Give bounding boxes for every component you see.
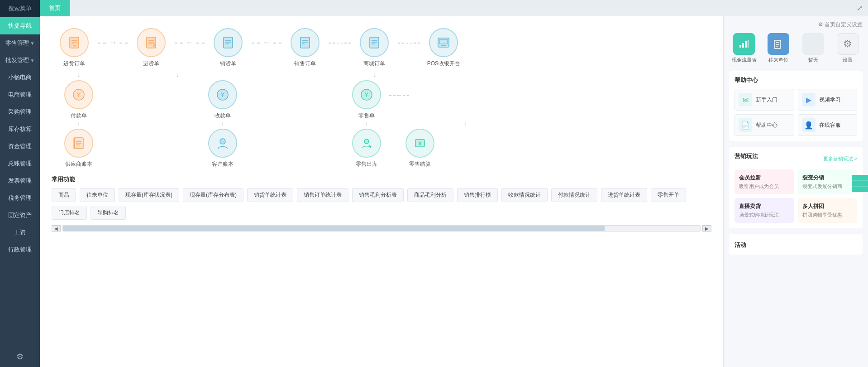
sidebar-ledger-label: 总账管理 bbox=[8, 159, 32, 168]
settings-icon[interactable]: ⚙ bbox=[0, 346, 40, 367]
member-title: 会员拉新 bbox=[739, 174, 790, 182]
marketing-item-group[interactable]: 多人拼团 拼团购物享受优惠 bbox=[798, 198, 858, 223]
flow-node-customer-book[interactable]: 客户账本 bbox=[200, 129, 245, 168]
flow-node-pos[interactable]: POS收银开台 bbox=[421, 28, 466, 68]
btn-sales-margin[interactable]: 销售毛利分析表 bbox=[352, 188, 404, 202]
svg-text:¥: ¥ bbox=[364, 91, 368, 98]
btn-guide-rank[interactable]: 导购排名 bbox=[91, 206, 126, 220]
marketing-grid: 会员拉新 吸引用户成为会员 裂变分销 裂变式发展分销商 直播卖货 场景式购物新玩… bbox=[734, 169, 857, 223]
btn-receipt-stats[interactable]: 收款情况统计 bbox=[501, 188, 548, 202]
help-item-beginner[interactable]: ✉ 新手入门 bbox=[734, 89, 794, 111]
btn-product[interactable]: 商品 bbox=[52, 188, 76, 202]
sidebar-item-assets[interactable]: 固定资产 bbox=[0, 207, 40, 224]
sidebar-item-wholesale[interactable]: 批发管理 ▼ bbox=[0, 52, 40, 69]
flow-node-retail-settle[interactable]: ¥ 零售结算 bbox=[397, 129, 443, 168]
help-item-help[interactable]: 📄 帮助中心 bbox=[734, 114, 794, 136]
flow-node-retail-out[interactable]: 零售出库 bbox=[344, 129, 389, 168]
btn-units[interactable]: 往来单位 bbox=[80, 188, 115, 202]
btn-purchase-stats[interactable]: 进货单统计表 bbox=[601, 188, 647, 202]
settings-gear-icon: ⚙ bbox=[837, 33, 858, 55]
quick-settings[interactable]: ⚙ 设置 bbox=[833, 33, 863, 63]
float-btn-desktop[interactable]: 桌面快捷 bbox=[852, 187, 868, 192]
scroll-left-btn[interactable]: ◀ bbox=[52, 225, 61, 232]
purchase-icon bbox=[137, 28, 166, 57]
help-item-video[interactable]: ▶ 视频学习 bbox=[798, 89, 858, 111]
flow-node-receipt[interactable]: ¥ 收款单 bbox=[200, 80, 245, 120]
flow-row-3: 供应商账本 客户账本 bbox=[52, 129, 711, 168]
sidebar-item-tax[interactable]: 税务管理 bbox=[0, 189, 40, 207]
float-buttons: 客服热线 服务社区 桌面快捷 bbox=[852, 175, 868, 192]
marketing-more-btn[interactable]: 更多营销玩法 > bbox=[823, 155, 857, 162]
marketing-item-fission[interactable]: 裂变分销 裂变式发展分销商 bbox=[798, 169, 858, 194]
tab-home[interactable]: 首页 bbox=[40, 0, 70, 16]
sidebar-wholesale-label: 批发管理 bbox=[5, 56, 29, 64]
help-center-title: 帮助中心 bbox=[734, 76, 857, 84]
sidebar-item-nav[interactable]: 快捷导航 bbox=[0, 17, 40, 34]
sidebar-purchase-label: 采购管理 bbox=[8, 108, 32, 116]
sidebar-item-finance[interactable]: 资金管理 bbox=[0, 138, 40, 155]
sidebar-assets-label: 固定资产 bbox=[8, 211, 32, 219]
marketing-title: 营销玩法 bbox=[734, 152, 758, 160]
sidebar-item-retail[interactable]: 零售管理 ▼ bbox=[0, 34, 40, 52]
quick-empty[interactable]: 暂无 bbox=[798, 33, 828, 63]
scroll-track[interactable] bbox=[62, 225, 701, 232]
sidebar-search[interactable]: 搜索菜单 bbox=[0, 0, 40, 17]
arrow-left-2: ← bbox=[262, 38, 271, 58]
maximize-icon[interactable]: ⤢ bbox=[857, 4, 868, 12]
receipt-label: 收款单 bbox=[215, 112, 231, 120]
marketing-item-member[interactable]: 会员拉新 吸引用户成为会员 bbox=[734, 169, 794, 194]
sidebar-salary-label: 工资 bbox=[14, 228, 26, 237]
chevron-down-icon: ▼ bbox=[30, 41, 35, 46]
btn-stock-dist[interactable]: 现存量(库存分布表) bbox=[183, 188, 243, 202]
sidebar-item-invoice[interactable]: 发票管理 bbox=[0, 172, 40, 189]
btn-payment-stats[interactable]: 付款情况统计 bbox=[551, 188, 597, 202]
help-item-service[interactable]: 👤 在线客服 bbox=[798, 114, 858, 136]
arrow-left-1: ← bbox=[186, 38, 194, 58]
sidebar-item-purchase[interactable]: 采购管理 bbox=[0, 103, 40, 121]
flow-node-sales-order[interactable]: 销售订单 bbox=[282, 28, 328, 68]
quick-units[interactable]: 往来单位 bbox=[763, 33, 793, 63]
common-section: 常用功能 商品 往来单位 现存量(库存状况表) 现存量(库存分布表) 销货单统计… bbox=[47, 175, 716, 232]
sidebar-item-salary[interactable]: 工资 bbox=[0, 224, 40, 241]
svg-text:¥: ¥ bbox=[220, 91, 224, 98]
scroll-right-btn[interactable]: ▶ bbox=[702, 225, 711, 232]
sidebar-item-inventory[interactable]: 库存核算 bbox=[0, 121, 40, 138]
float-btn-community[interactable]: 服务社区 bbox=[852, 181, 868, 187]
btn-stock-status[interactable]: 现存量(库存状况表) bbox=[119, 188, 179, 202]
home-customize-btn[interactable]: ⚙ 首页自定义设置 bbox=[729, 21, 863, 29]
purchase-label: 进货单 bbox=[143, 60, 159, 68]
help-doc-label: 帮助中心 bbox=[756, 121, 777, 129]
help-doc-icon: 📄 bbox=[739, 118, 752, 132]
flow-node-retail-order[interactable]: ¥ 零售单 bbox=[344, 80, 389, 120]
flow-node-shop-order[interactable]: 商城订单 bbox=[352, 28, 397, 68]
supplier-book-icon bbox=[64, 129, 93, 158]
sidebar-item-ledger[interactable]: 总账管理 bbox=[0, 155, 40, 172]
sidebar-item-admin[interactable]: 行政管理 bbox=[0, 241, 40, 258]
scroll-bar: ◀ ▶ bbox=[52, 225, 711, 232]
sidebar-item-ecom-mgmt[interactable]: 电商管理 bbox=[0, 86, 40, 103]
btn-sales-stats[interactable]: 销货单统计表 bbox=[247, 188, 293, 202]
svg-rect-51 bbox=[748, 40, 749, 48]
flow-node-purchase[interactable]: 进货单 bbox=[129, 28, 174, 68]
btn-store-rank[interactable]: 门店排名 bbox=[52, 206, 87, 220]
payment-label: 付款单 bbox=[71, 112, 87, 120]
pos-icon bbox=[429, 28, 458, 57]
sidebar-tax-label: 税务管理 bbox=[8, 194, 32, 202]
flow-node-supplier-book[interactable]: 供应商账本 bbox=[56, 129, 101, 168]
quick-cashflow[interactable]: 现金流量表 bbox=[729, 33, 759, 63]
btn-order-stats[interactable]: 销售订单统计表 bbox=[297, 188, 348, 202]
service-label: 在线客服 bbox=[819, 121, 841, 129]
flow-node-sales[interactable]: 销货单 bbox=[205, 28, 251, 68]
btn-sales-rank[interactable]: 销售排行榜 bbox=[457, 188, 498, 202]
flow-node-payment[interactable]: ¥ 付款单 bbox=[56, 80, 101, 120]
svg-rect-50 bbox=[745, 41, 747, 48]
right-panel: ⚙ 首页自定义设置 现金流量表 bbox=[723, 16, 868, 367]
sidebar-item-ecom[interactable]: 小畅电商 bbox=[0, 69, 40, 86]
flow-node-purchase-order[interactable]: 进货订单 bbox=[52, 28, 97, 68]
retail-settle-icon: ¥ bbox=[405, 129, 434, 158]
btn-retail-order[interactable]: 零售开单 bbox=[651, 188, 686, 202]
float-btn-hotline[interactable]: 客服热线 bbox=[852, 175, 868, 181]
btn-product-margin[interactable]: 商品毛利分析 bbox=[407, 188, 453, 202]
help-center-section: 帮助中心 ✉ 新手入门 ▶ 视频学习 📄 帮助中心 👤 bbox=[729, 71, 863, 141]
marketing-item-live[interactable]: 直播卖货 场景式购物新玩法 bbox=[734, 198, 794, 223]
